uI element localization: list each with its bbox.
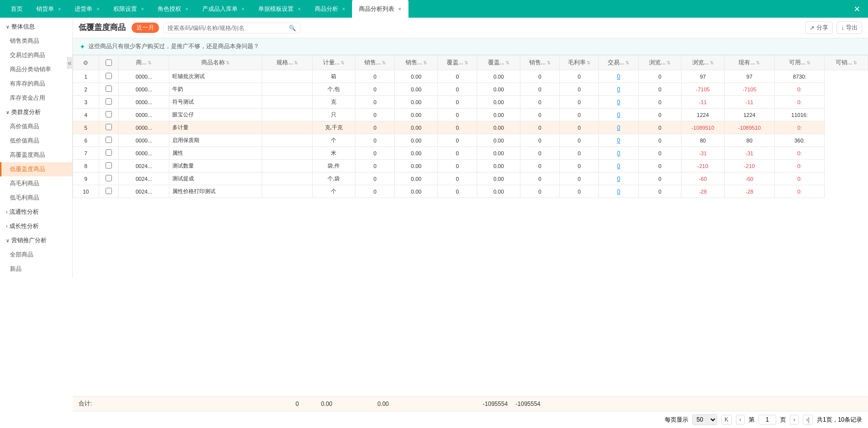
cell-checkbox[interactable] (99, 160, 119, 172)
sidebar-item-low-gross[interactable]: 低毛利商品 (0, 191, 72, 205)
close-icon[interactable]: × (242, 0, 244, 18)
th-gross-rate[interactable]: 毛利率⇅ (560, 56, 599, 70)
trade-link[interactable]: 0 (617, 137, 621, 144)
cell-trade[interactable]: 0 (599, 185, 638, 198)
nav-product-analysis-list[interactable]: 商品分析列表 × (352, 0, 408, 18)
sidebar-collapse-button[interactable]: « (67, 57, 73, 69)
sidebar-item-stocked-products[interactable]: 有库存的商品 (0, 77, 72, 91)
per-page-select[interactable]: 50 100 200 (692, 414, 717, 425)
nav-role-auth[interactable]: 角色授权 × (151, 0, 195, 18)
trade-link[interactable]: 0 (617, 112, 621, 118)
row-checkbox[interactable] (106, 73, 112, 79)
th-browse2[interactable]: 浏览...⇅ (681, 56, 725, 70)
th-code[interactable]: 商...⇅ (119, 56, 169, 70)
trade-link[interactable]: 0 (617, 175, 621, 182)
cell-checkbox[interactable] (99, 83, 119, 96)
row-checkbox[interactable] (106, 111, 112, 117)
trade-link[interactable]: 0 (617, 86, 621, 93)
close-all-tabs-button[interactable]: ✕ (850, 4, 864, 14)
sidebar-section-liquidity[interactable]: › 流通性分析 (0, 205, 72, 219)
share-button[interactable]: ↗ 分享 (805, 22, 833, 34)
close-icon[interactable]: × (298, 0, 300, 18)
row-checkbox[interactable] (106, 188, 112, 194)
period-button[interactable]: 近一月 (132, 23, 159, 33)
th-spec[interactable]: 规格...⇅ (262, 56, 312, 70)
trade-link[interactable]: 0 (617, 150, 621, 157)
th-cover2[interactable]: 覆盖...⇅ (477, 56, 520, 70)
th-sales2[interactable]: 销售...⇅ (520, 56, 559, 70)
cell-checkbox[interactable] (99, 185, 119, 198)
sidebar-item-all-products[interactable]: 全部商品 (0, 248, 72, 262)
sidebar-item-high-coverage[interactable]: 高覆盖度商品 (0, 148, 72, 162)
cell-checkbox[interactable] (99, 134, 119, 147)
prev-page-button[interactable]: ‹ (736, 415, 745, 425)
sidebar-item-traded-products[interactable]: 交易过的商品 (0, 48, 72, 62)
th-checkbox[interactable] (99, 56, 119, 70)
table-wrapper[interactable]: ⚙ 商...⇅ 商品名称⇅ 规格...⇅ (73, 55, 868, 396)
row-checkbox[interactable] (106, 162, 112, 169)
sidebar-section-marketing[interactable]: ∨ 营销推广分析 (0, 233, 72, 248)
sidebar-section-growth[interactable]: › 成长性分析 (0, 219, 72, 233)
search-input[interactable] (167, 25, 287, 31)
cell-trade[interactable]: 0 (599, 172, 638, 185)
settings-icon[interactable]: ⚙ (83, 59, 88, 66)
sidebar-item-category-turnover[interactable]: 商品分类动销率 (0, 62, 72, 77)
nav-product-warehouse[interactable]: 产成品入库单 × (195, 0, 251, 18)
row-checkbox[interactable] (106, 86, 112, 92)
row-checkbox[interactable] (106, 137, 112, 143)
row-checkbox[interactable] (106, 149, 112, 156)
trade-link[interactable]: 0 (617, 188, 621, 195)
cell-trade[interactable]: 0 (599, 96, 638, 109)
last-page-button[interactable]: ›| (803, 415, 813, 425)
row-checkbox[interactable] (106, 175, 112, 181)
th-sales-amt[interactable]: 销售...⇅ (395, 56, 438, 70)
nav-product-analysis[interactable]: 商品分析 × (308, 0, 352, 18)
page-number-input[interactable] (759, 415, 776, 425)
sidebar-item-high-value[interactable]: 高价值商品 (0, 119, 72, 134)
close-icon[interactable]: × (185, 0, 188, 18)
nav-home[interactable]: 首页 (4, 0, 29, 18)
cell-trade[interactable]: 0 (599, 121, 638, 134)
cell-checkbox[interactable] (99, 147, 119, 160)
close-icon[interactable]: × (58, 0, 61, 18)
th-cover1[interactable]: 覆盖...⇅ (438, 56, 477, 70)
close-icon[interactable]: × (96, 0, 99, 18)
export-button[interactable]: ↓ 导出 (837, 22, 862, 34)
trade-link[interactable]: 0 (617, 163, 621, 170)
nav-purchase-order[interactable]: 进货单 × (68, 0, 106, 18)
cell-trade[interactable]: 0 (599, 109, 638, 121)
trade-link[interactable]: 0 (617, 73, 621, 80)
th-settings[interactable]: ⚙ (73, 56, 99, 70)
row-checkbox[interactable] (106, 124, 112, 130)
close-icon[interactable]: × (141, 0, 144, 18)
th-available[interactable]: 可用...⇅ (775, 56, 825, 70)
th-browse1[interactable]: 浏览...⇅ (638, 56, 681, 70)
cell-checkbox[interactable] (99, 96, 119, 109)
cell-trade[interactable]: 0 (599, 83, 638, 96)
th-current[interactable]: 现有...⇅ (724, 56, 774, 70)
select-all-checkbox[interactable] (106, 59, 112, 66)
cell-checkbox[interactable] (99, 70, 119, 83)
nav-template-settings[interactable]: 单据模板设置 × (251, 0, 307, 18)
sidebar-item-low-value[interactable]: 低价值商品 (0, 134, 72, 148)
sidebar-item-stock-capital[interactable]: 库存资金占用 (0, 91, 72, 105)
th-trade[interactable]: 交易...⇅ (599, 56, 638, 70)
search-icon[interactable]: 🔍 (289, 25, 296, 31)
th-sellable[interactable]: 可销...⇅ (825, 56, 868, 70)
cell-checkbox[interactable] (99, 172, 119, 185)
sidebar-item-high-gross[interactable]: 高毛利商品 (0, 176, 72, 191)
th-name[interactable]: 商品名称⇅ (169, 56, 262, 70)
sidebar-section-overall[interactable]: ∨ 整体信息 (0, 20, 72, 34)
cell-checkbox[interactable] (99, 109, 119, 121)
cell-trade[interactable]: 0 (599, 160, 638, 172)
row-checkbox[interactable] (106, 98, 112, 105)
th-sales-count[interactable]: 销售...⇅ (355, 56, 395, 70)
nav-permission-settings[interactable]: 权限设置 × (107, 0, 151, 18)
sidebar-item-sales-products[interactable]: 销售类商品 (0, 34, 72, 48)
cell-trade[interactable]: 0 (599, 134, 638, 147)
trade-link[interactable]: 0 (617, 99, 621, 106)
first-page-button[interactable]: K (721, 415, 732, 425)
sidebar-item-low-coverage[interactable]: 低覆盖度商品 (0, 162, 72, 176)
next-page-button[interactable]: › (790, 415, 799, 425)
cell-trade[interactable]: 0 (599, 70, 638, 83)
